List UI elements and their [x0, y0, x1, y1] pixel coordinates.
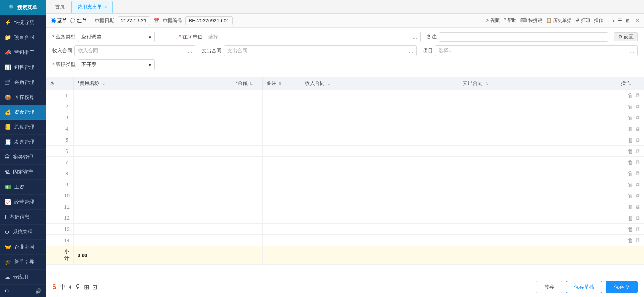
row-amount[interactable]: [232, 123, 262, 134]
row-note[interactable]: [262, 168, 301, 179]
date-value[interactable]: 2022-09-21: [118, 16, 150, 25]
row-copy-icon[interactable]: ⧉: [636, 170, 640, 177]
save-draft-button[interactable]: 保存草稿: [566, 281, 602, 293]
row-expense-name[interactable]: [73, 112, 232, 123]
row-income-contract[interactable]: [301, 235, 459, 246]
row-amount[interactable]: [232, 212, 262, 224]
row-amount[interactable]: [232, 157, 262, 168]
sidebar-item-经营管理[interactable]: 📈 经营管理: [0, 195, 46, 210]
row-copy-icon[interactable]: ⧉: [636, 214, 640, 221]
notes-input[interactable]: [439, 32, 608, 42]
shortcut-btn[interactable]: ⌨ 快捷键: [520, 17, 542, 24]
sidebar-item-基础信息[interactable]: ℹ 基础信息: [0, 210, 46, 225]
row-delete-icon[interactable]: 🗑: [627, 237, 633, 244]
row-expense-contract[interactable]: [459, 179, 617, 190]
sidebar-item-系统管理[interactable]: ⚙ 系统管理: [0, 225, 46, 240]
video-btn[interactable]: ⊙ 视频: [485, 17, 500, 24]
footer-icon-3[interactable]: 🎙: [75, 284, 81, 290]
row-note[interactable]: [262, 90, 301, 101]
sidebar-item-企业协同[interactable]: 🤝 企业协同: [0, 240, 46, 255]
row-amount[interactable]: [232, 112, 262, 123]
row-amount[interactable]: [232, 90, 262, 101]
row-note[interactable]: [262, 224, 301, 235]
row-expense-name[interactable]: [73, 134, 232, 146]
invoice-type-select[interactable]: 不开票 ▾: [78, 59, 155, 70]
row-expense-name[interactable]: [73, 101, 232, 112]
row-copy-icon[interactable]: ⧉: [636, 136, 640, 143]
tab-expense[interactable]: 费用支出单 ×: [71, 1, 113, 13]
row-note[interactable]: [262, 201, 301, 212]
sidebar-item-总账管理[interactable]: 📒 总账管理: [0, 120, 46, 135]
doc-num-value[interactable]: BE-20220921-001: [185, 16, 233, 25]
sidebar-item-工资[interactable]: 💵 工资: [0, 180, 46, 195]
sidebar-item-营销推广[interactable]: 📣 营销推广: [0, 45, 46, 60]
col-header-note[interactable]: 备注 ⇅: [262, 77, 301, 90]
col-header-name[interactable]: *费用名称 ⇅: [73, 77, 232, 90]
row-income-contract[interactable]: [301, 179, 459, 190]
row-amount[interactable]: [232, 179, 262, 190]
project-select[interactable]: 选择... ...: [435, 45, 638, 56]
row-copy-icon[interactable]: ⧉: [636, 114, 640, 121]
row-expense-contract[interactable]: [459, 201, 617, 212]
footer-icon-5[interactable]: ⊡: [92, 284, 97, 291]
row-delete-icon[interactable]: 🗑: [627, 204, 633, 210]
sidebar-item-库存核算[interactable]: 📦 库存核算: [0, 90, 46, 105]
row-income-contract[interactable]: [301, 168, 459, 179]
calendar-icon[interactable]: 📅: [153, 18, 159, 23]
next-btn[interactable]: ›: [613, 18, 614, 23]
row-expense-contract[interactable]: [459, 224, 617, 235]
row-note[interactable]: [262, 123, 301, 134]
footer-icon-1[interactable]: 中: [60, 283, 66, 291]
sidebar-item-销售管理[interactable]: 📊 销售管理: [0, 60, 46, 75]
sidebar-search-label[interactable]: 搜索菜单: [17, 4, 37, 11]
sidebar-settings-icon[interactable]: ⚙: [5, 288, 9, 294]
radio-red[interactable]: 红单: [70, 17, 87, 24]
row-income-contract[interactable]: [301, 212, 459, 224]
settings-button[interactable]: ⚙ 设置: [614, 32, 638, 41]
row-expense-contract[interactable]: [459, 134, 617, 146]
row-note[interactable]: [262, 157, 301, 168]
sidebar-item-采购管理[interactable]: 🛒 采购管理: [0, 75, 46, 90]
row-amount[interactable]: [232, 201, 262, 212]
project-dots-icon[interactable]: ...: [630, 48, 634, 54]
row-copy-icon[interactable]: ⧉: [636, 103, 640, 110]
dots-icon[interactable]: ...: [412, 34, 417, 40]
row-delete-icon[interactable]: 🗑: [627, 148, 633, 154]
row-amount[interactable]: [232, 168, 262, 179]
row-expense-contract[interactable]: [459, 101, 617, 112]
row-amount[interactable]: [232, 235, 262, 246]
row-copy-icon[interactable]: ⧉: [636, 159, 640, 166]
col-header-amount[interactable]: *金额 ⇅: [232, 77, 262, 90]
print-btn[interactable]: 🖨 打印: [575, 17, 590, 24]
sidebar-item-发票管理[interactable]: 🧾 发票管理: [0, 135, 46, 150]
window-close-btn[interactable]: ×: [635, 17, 639, 25]
ops-btn[interactable]: 操作: [594, 17, 603, 24]
row-note[interactable]: [262, 101, 301, 112]
list-view-btn[interactable]: ☰: [618, 18, 622, 23]
sidebar-audio-icon[interactable]: 🔊: [35, 288, 41, 294]
row-copy-icon[interactable]: ⧉: [636, 203, 640, 210]
row-expense-name[interactable]: [73, 157, 232, 168]
row-note[interactable]: [262, 179, 301, 190]
tab-close-icon[interactable]: ×: [104, 5, 107, 9]
col-header-settings[interactable]: ⚙: [46, 77, 60, 90]
footer-icon-2[interactable]: ♦: [69, 284, 72, 290]
row-expense-name[interactable]: [73, 235, 232, 246]
save-button[interactable]: 保存 ∨: [606, 281, 638, 293]
row-delete-icon[interactable]: 🗑: [627, 92, 633, 99]
help-btn[interactable]: ? 帮助: [503, 17, 517, 24]
footer-icon-4[interactable]: ⊞: [84, 284, 89, 291]
row-amount[interactable]: [232, 134, 262, 146]
row-expense-name[interactable]: [73, 190, 232, 201]
row-expense-contract[interactable]: [459, 190, 617, 201]
row-copy-icon[interactable]: ⧉: [636, 125, 640, 132]
row-delete-icon[interactable]: 🗑: [627, 114, 633, 121]
sidebar-item-固定资产[interactable]: 🏗 固定资产: [0, 165, 46, 180]
row-amount[interactable]: [232, 190, 262, 201]
row-income-contract[interactable]: [301, 157, 459, 168]
sidebar-item-项目合同[interactable]: 📁 项目合同: [0, 30, 46, 45]
row-copy-icon[interactable]: ⧉: [636, 237, 640, 244]
row-expense-contract[interactable]: [459, 235, 617, 246]
row-income-contract[interactable]: [301, 201, 459, 212]
income-dots-icon[interactable]: ...: [188, 48, 192, 54]
